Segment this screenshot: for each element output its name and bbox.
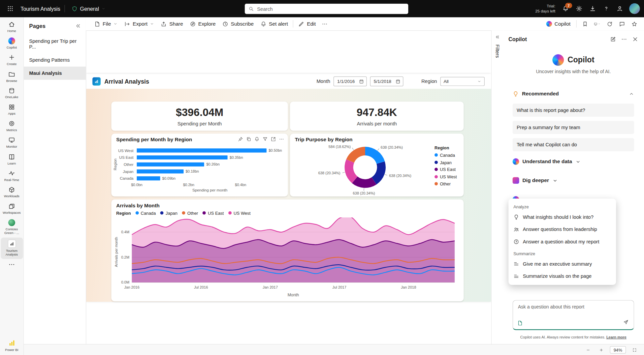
feedback-button[interactable] — [614, 2, 626, 15]
page-item-spending-per-trip[interactable]: Spending per Trip per P... — [24, 34, 86, 53]
copilot-suggestion-2[interactable]: Prep a summary for my team — [513, 121, 634, 134]
rail-item-monitor[interactable]: Monitor — [1, 135, 23, 151]
copilot-more-button[interactable] — [621, 36, 627, 42]
bar[interactable] — [137, 176, 160, 180]
set-alert-button[interactable]: Set alert — [257, 19, 291, 29]
kpi-card-spending[interactable]: $396.04M Spending per Month — [111, 101, 288, 131]
rail-item-home[interactable]: Home — [1, 19, 23, 35]
rail-item-metrics[interactable]: Metrics — [1, 118, 23, 135]
menu-item-question[interactable]: Answer a question about my report — [509, 236, 616, 248]
copilot-section-understand[interactable]: Understand the data — [513, 155, 634, 168]
copilot-section-dig-deeper[interactable]: Dig deeper — [513, 174, 634, 187]
focus-mode-button[interactable] — [271, 137, 276, 142]
global-search[interactable] — [245, 4, 408, 14]
share-button[interactable]: Share — [157, 19, 186, 29]
rail-item-contoso-workspace[interactable]: Contoso Green - ... — [1, 217, 23, 237]
filter-visual-button[interactable] — [262, 137, 268, 142]
zoom-out-button[interactable] — [584, 345, 593, 354]
legend-item[interactable]: US East — [202, 210, 224, 215]
visual-more-button[interactable] — [279, 137, 284, 142]
legend-item[interactable]: Japan — [160, 210, 178, 215]
refresh-button[interactable] — [604, 18, 615, 30]
donut-slice[interactable] — [346, 147, 365, 162]
legend-item[interactable]: Other — [434, 181, 457, 186]
rail-more-button[interactable] — [1, 259, 23, 270]
app-launcher-button[interactable] — [4, 2, 17, 15]
copy-visual-button[interactable] — [246, 137, 251, 142]
settings-button[interactable] — [573, 2, 585, 15]
page-item-spending-patterns[interactable]: Spending Patterns — [24, 54, 86, 67]
send-button[interactable] — [620, 317, 631, 327]
close-copilot-button[interactable] — [632, 36, 638, 42]
export-menu-button[interactable]: Export — [121, 19, 158, 29]
subscribe-button[interactable]: Subscribe — [219, 19, 257, 29]
rail-item-workspaces[interactable]: Workspaces — [1, 201, 23, 217]
file-menu-button[interactable]: File — [91, 19, 121, 29]
menu-item-summarize-visuals[interactable]: Summarize visuals on the page — [509, 270, 616, 283]
kpi-card-arrivals[interactable]: 947.84K Arrivals per month — [290, 101, 464, 131]
date-to-field[interactable] — [370, 77, 404, 86]
collapse-pages-button[interactable] — [74, 22, 82, 30]
view-menu-button[interactable] — [591, 18, 603, 30]
rail-item-learn[interactable]: Learn — [1, 151, 23, 168]
bar[interactable] — [137, 155, 228, 159]
zoom-in-button[interactable] — [597, 345, 606, 354]
search-input[interactable] — [256, 5, 405, 12]
rail-item-workloads[interactable]: Workloads — [1, 184, 23, 201]
notifications-button[interactable]: 7 — [559, 2, 572, 15]
bar-chart-card[interactable]: Spending per Month by Region Region US W… — [111, 134, 288, 197]
legend-item[interactable]: US East — [434, 167, 457, 172]
legend-item[interactable]: Other — [182, 210, 198, 215]
date-to-input[interactable] — [373, 79, 393, 84]
bar[interactable] — [137, 170, 184, 174]
legend-item[interactable]: Japan — [434, 160, 457, 165]
toolbar-more-button[interactable] — [319, 18, 330, 30]
rail-item-realtime[interactable]: Real-Time — [1, 168, 23, 184]
area-chart-card[interactable]: Arrivals by Month Region CanadaJapanOthe… — [111, 199, 463, 301]
legend-item[interactable]: Canada — [434, 152, 457, 157]
date-from-field[interactable] — [333, 77, 367, 86]
ask-input[interactable] — [517, 304, 631, 309]
bar[interactable] — [137, 148, 266, 152]
legend-item[interactable]: Canada — [135, 210, 156, 215]
rail-item-tourism-analysis[interactable]: Tourism Analysis — [1, 237, 23, 259]
download-icon — [589, 5, 596, 12]
copilot-input-box[interactable] — [513, 300, 634, 330]
menu-item-exec-summary[interactable]: Give me an executive summary — [509, 258, 616, 270]
menu-item-leadership[interactable]: Answer questions from leadership — [509, 223, 616, 236]
legend-item[interactable]: US West — [434, 174, 457, 179]
edit-button[interactable]: Edit — [295, 19, 319, 29]
explore-button[interactable]: Explore — [186, 19, 219, 29]
rail-item-onelake[interactable]: OneLake — [1, 85, 23, 101]
new-chat-button[interactable] — [610, 36, 616, 42]
donut-chart-card[interactable]: Trip Purpose by Region 638 (20.34%)638 (… — [290, 134, 464, 197]
bar-row: US East$0.35bn — [137, 154, 283, 161]
alert-visual-button[interactable] — [254, 137, 260, 142]
help-button[interactable] — [600, 2, 613, 15]
fit-to-page-button[interactable] — [630, 345, 639, 354]
comments-button[interactable] — [616, 18, 627, 30]
rail-item-browse[interactable]: Browse — [1, 68, 23, 85]
bar[interactable] — [137, 162, 204, 167]
favorite-button[interactable] — [629, 18, 640, 30]
downloads-button[interactable] — [586, 2, 599, 15]
date-from-input[interactable] — [336, 79, 357, 84]
page-item-maui-analysis[interactable]: Maui Analysis — [24, 67, 86, 80]
bookmarks-button[interactable] — [579, 18, 590, 30]
rail-item-copilot[interactable]: Copilot — [1, 35, 23, 52]
copilot-suggestion-3[interactable]: Tell me what Copilot can do — [513, 138, 634, 151]
region-dropdown[interactable]: All — [440, 77, 485, 86]
legend-item[interactable]: US West — [228, 210, 251, 215]
zoom-level[interactable]: 94% — [610, 346, 626, 354]
rail-item-apps[interactable]: Apps — [1, 101, 23, 118]
filters-pane-collapsed[interactable]: Filters — [491, 30, 504, 345]
account-avatar[interactable] — [629, 3, 640, 14]
copilot-suggestion-1[interactable]: What is this report page about? — [513, 103, 634, 117]
copilot-toggle-button[interactable]: Copilot — [543, 19, 574, 29]
workspace-switcher[interactable]: General — [69, 5, 108, 12]
recommended-header[interactable]: Recommended — [513, 88, 634, 99]
rail-item-create[interactable]: Create — [1, 52, 23, 68]
learn-more-link[interactable]: Learn more — [606, 335, 626, 339]
pin-visual-button[interactable] — [238, 137, 243, 142]
menu-item-insights[interactable]: What insights should I look into? — [509, 211, 616, 224]
